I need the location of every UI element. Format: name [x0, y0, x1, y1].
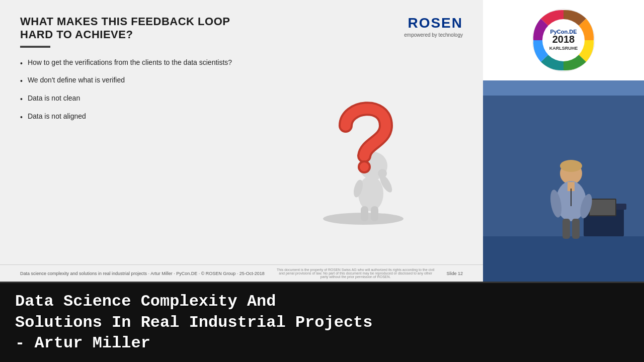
caption-text: Data Science Complexity And Solutions In…: [15, 291, 373, 354]
slide-title-underline: [20, 46, 50, 48]
slide-title: WHAT MAKES THIS FEEDBACK LOOP HARD TO AC…: [20, 15, 230, 42]
slide-body: • How to get the verifications from the …: [20, 53, 463, 259]
slide-footer-disclaimer: This document is the property of ROSEN S…: [265, 268, 447, 279]
caption-area: Data Science Complexity And Solutions In…: [0, 282, 644, 362]
bullet-text-3: Data is not clean: [28, 94, 80, 104]
bullet-dot-4: •: [20, 113, 23, 123]
slide-content: WHAT MAKES THIS FEEDBACK LOOP HARD TO AC…: [0, 0, 483, 264]
svg-text:KARLSRUHE: KARLSRUHE: [549, 46, 578, 51]
svg-text:2018: 2018: [552, 34, 575, 45]
svg-rect-28: [572, 219, 580, 239]
bullet-text-4: Data is not aligned: [28, 112, 86, 122]
svg-rect-4: [371, 206, 378, 221]
svg-point-22: [560, 160, 582, 172]
caption-line1: Data Science Complexity And: [15, 292, 276, 311]
rosen-logo: ROSEN empowered by technology: [404, 15, 463, 38]
bullet-item-4: • Data is not aligned: [20, 112, 264, 123]
caption-line2: Solutions In Real Industrial Projects: [15, 313, 373, 332]
svg-point-6: [378, 169, 387, 178]
slide-header: WHAT MAKES THIS FEEDBACK LOOP HARD TO AC…: [20, 15, 463, 48]
speaker-silhouette: [483, 96, 644, 282]
svg-rect-3: [361, 206, 368, 221]
slide-number: Slide 12: [446, 271, 463, 276]
slide-footer-left: Data science complexity and solutions in…: [20, 271, 265, 276]
bullet-item-1: • How to get the verifications from the …: [20, 58, 264, 69]
slide-footer: Data science complexity and solutions in…: [0, 264, 483, 282]
slide-title-block: WHAT MAKES THIS FEEDBACK LOOP HARD TO AC…: [20, 15, 230, 48]
svg-rect-20: [590, 200, 615, 215]
slide-area: WHAT MAKES THIS FEEDBACK LOOP HARD TO AC…: [0, 0, 483, 282]
bullet-item-2: • We don't define what is verified: [20, 75, 264, 86]
bullet-item-3: • Data is not clean: [20, 94, 264, 105]
svg-rect-27: [562, 219, 570, 239]
bullet-dot-1: •: [20, 59, 23, 69]
speaker-area: PyCon.DE 2018 KARLSRUHE Slide 12: [483, 0, 644, 282]
question-mark-figure: [308, 85, 419, 226]
rosen-logo-text: ROSEN: [404, 15, 463, 31]
bullet-text-1: How to get the verifications from the cl…: [28, 58, 232, 68]
slide-image-area: [264, 53, 463, 259]
caption-line3: - Artur Miller: [15, 334, 150, 352]
bullet-text-2: We don't define what is verified: [28, 75, 125, 85]
rosen-logo-tagline: empowered by technology: [404, 32, 463, 38]
svg-rect-16: [483, 236, 644, 282]
slide-bullets: • How to get the verifications from the …: [20, 53, 264, 259]
svg-point-9: [360, 162, 369, 171]
pycon-logo-area: PyCon.DE 2018 KARLSRUHE: [483, 0, 644, 80]
bullet-dot-2: •: [20, 76, 23, 86]
pycon-logo: PyCon.DE 2018 KARLSRUHE: [531, 8, 596, 73]
speaker-video: Slide 12: [483, 80, 644, 282]
bullet-dot-3: •: [20, 95, 23, 105]
